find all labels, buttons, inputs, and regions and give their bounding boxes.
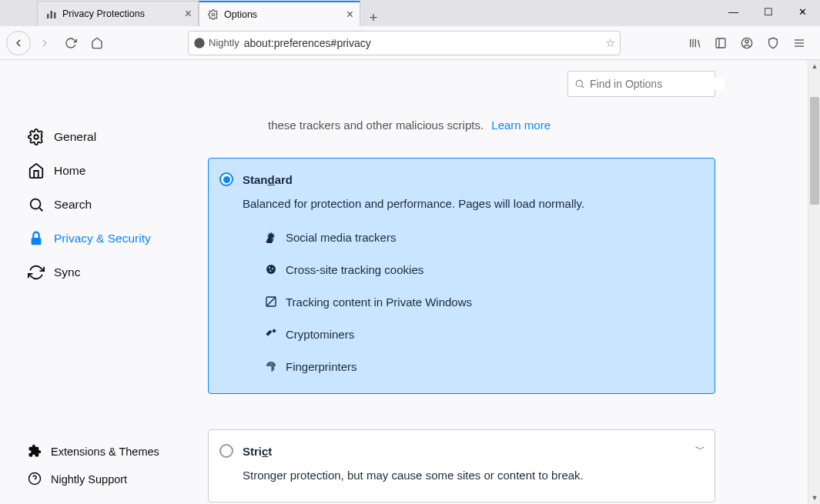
preferences-page: General Home Search Privacy & Security	[0, 60, 808, 504]
radio-standard[interactable]	[219, 172, 233, 186]
svg-point-19	[31, 199, 41, 209]
gear-icon	[207, 8, 219, 21]
shield-icon[interactable]	[761, 32, 785, 55]
svg-point-18	[34, 135, 38, 139]
svg-rect-1	[51, 11, 53, 18]
block-item-cryptominers: Cryptominers	[264, 327, 704, 341]
svg-rect-0	[47, 14, 49, 18]
url-input[interactable]	[244, 37, 601, 49]
tab-strip: Privacy Protections × Options × +	[0, 0, 820, 26]
cookie-icon	[264, 262, 278, 276]
tab-close-button[interactable]: ×	[346, 8, 353, 22]
learn-more-link[interactable]: Learn more	[491, 118, 551, 132]
fingerprinter-icon	[264, 359, 278, 373]
protection-option-standard[interactable]: Standard Balanced for protection and per…	[208, 158, 715, 394]
product-name: Nightly	[209, 37, 239, 48]
tab-label: Privacy Protections	[62, 8, 145, 19]
link-label: Nightly Support	[51, 473, 127, 486]
standard-block-list: Social media trackers Cross-site trackin…	[264, 230, 704, 373]
link-label: Extensions & Themes	[51, 446, 159, 458]
svg-point-26	[272, 268, 273, 269]
help-icon	[28, 472, 42, 488]
svg-point-25	[269, 267, 270, 269]
extensions-themes-link[interactable]: Extensions & Themes	[22, 438, 199, 466]
identity-box[interactable]: Nightly	[193, 37, 239, 49]
expand-strict-icon[interactable]: ﹀	[695, 442, 705, 456]
puzzle-icon	[28, 444, 42, 460]
search-icon	[28, 196, 45, 213]
block-item-social: Social media trackers	[264, 230, 704, 244]
svg-point-12	[745, 40, 748, 43]
option-desc-strict: Stronger protection, but may cause some …	[243, 469, 704, 482]
category-label: Home	[54, 164, 85, 178]
bookmark-star-icon[interactable]: ☆	[605, 36, 615, 50]
categories-sidebar: General Home Search Privacy & Security	[22, 120, 176, 289]
social-tracker-icon	[264, 230, 278, 244]
window-close-button[interactable]: ✕	[785, 0, 820, 23]
svg-line-20	[39, 208, 42, 211]
category-sync[interactable]: Sync	[22, 255, 176, 289]
block-item-fingerprinters: Fingerprinters	[264, 359, 704, 373]
gear-icon	[28, 129, 45, 145]
window-minimize-button[interactable]: —	[716, 0, 751, 23]
category-label: Sync	[54, 265, 80, 279]
lock-icon	[28, 230, 45, 247]
option-title-standard: Standard	[243, 173, 293, 186]
block-item-tracking-content: Tracking content in Private Windows	[264, 295, 704, 309]
category-label: General	[54, 130, 96, 144]
app-menu-icon[interactable]	[788, 32, 811, 55]
category-privacy[interactable]: Privacy & Security	[22, 222, 176, 255]
svg-line-8	[698, 40, 700, 47]
support-link[interactable]: Nightly Support	[22, 466, 199, 493]
scroll-up-button[interactable]: ▲	[808, 60, 820, 72]
cryptominer-icon	[264, 327, 278, 341]
category-label: Privacy & Security	[54, 232, 151, 245]
window-maximize-button[interactable]: ☐	[751, 0, 785, 23]
svg-point-4	[194, 38, 204, 48]
sidebar-icon[interactable]	[709, 32, 732, 55]
tracking-intro-text: these trackers and other malicious scrip…	[268, 118, 715, 132]
svg-line-29	[266, 297, 276, 306]
tab-privacy-protections[interactable]: Privacy Protections ×	[37, 1, 199, 26]
svg-rect-9	[716, 38, 725, 48]
firefox-nightly-icon	[193, 37, 206, 49]
tab-close-button[interactable]: ×	[185, 7, 192, 21]
new-tab-button[interactable]: +	[360, 10, 387, 26]
svg-point-27	[269, 270, 271, 272]
block-item-cookies: Cross-site tracking cookies	[264, 262, 704, 276]
forward-button[interactable]	[32, 31, 57, 55]
sync-icon	[28, 264, 45, 281]
bar-chart-icon	[45, 8, 58, 20]
reload-button[interactable]	[59, 31, 83, 55]
radio-strict[interactable]	[219, 444, 233, 458]
vertical-scrollbar[interactable]: ▲ ▼	[808, 60, 820, 504]
sidebar-bottom-links: Extensions & Themes Nightly Support	[22, 438, 199, 493]
scroll-down-button[interactable]: ▼	[808, 492, 820, 504]
window-controls: — ☐ ✕	[716, 0, 820, 23]
category-search[interactable]: Search	[22, 188, 176, 222]
svg-point-24	[266, 265, 276, 274]
tab-options[interactable]: Options ×	[199, 1, 360, 26]
protection-option-strict[interactable]: Strict Stronger protection, but may caus…	[208, 429, 715, 502]
svg-rect-21	[32, 238, 42, 245]
back-button[interactable]	[6, 31, 31, 55]
url-bar[interactable]: Nightly ☆	[188, 31, 621, 55]
home-button[interactable]	[85, 31, 109, 55]
svg-rect-2	[54, 12, 56, 18]
tracking-content-icon	[264, 295, 278, 309]
svg-point-3	[212, 13, 215, 16]
option-title-strict: Strict	[243, 445, 272, 458]
main-content: these trackers and other malicious scrip…	[208, 60, 715, 504]
scrollbar-thumb[interactable]	[810, 97, 819, 205]
category-home[interactable]: Home	[22, 154, 176, 188]
option-desc-standard: Balanced for protection and performance.…	[243, 197, 704, 210]
home-icon	[28, 162, 45, 179]
category-general[interactable]: General	[22, 120, 176, 154]
tab-label: Options	[224, 9, 257, 20]
nav-toolbar: Nightly ☆	[0, 26, 820, 60]
account-icon[interactable]	[735, 32, 758, 55]
library-icon[interactable]	[683, 32, 706, 55]
category-label: Search	[54, 198, 92, 212]
